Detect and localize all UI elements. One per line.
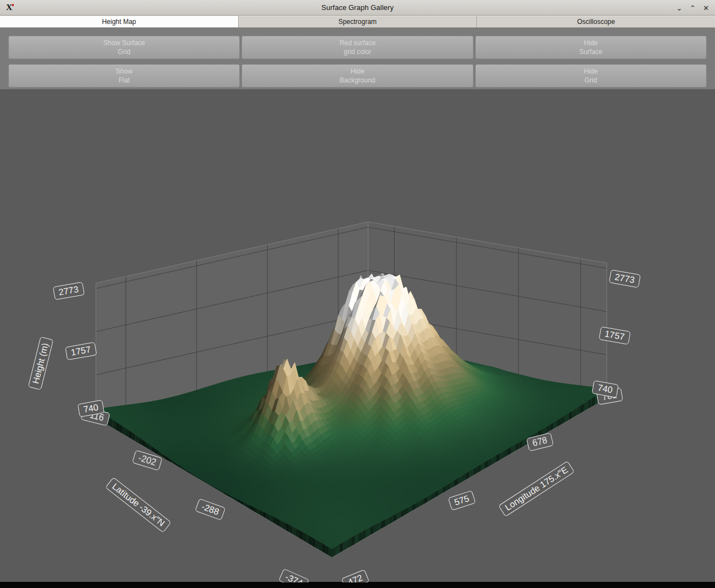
toggle-surface-button[interactable]: Hide Surface bbox=[475, 36, 707, 59]
button-label-line: Surface bbox=[579, 47, 602, 56]
bottom-bar bbox=[0, 582, 715, 588]
tab-bar: Height Map Spectrogram Oscilloscope bbox=[0, 16, 715, 28]
button-label-line: Grid bbox=[584, 76, 597, 85]
toggle-flat-button[interactable]: Show Flat bbox=[8, 64, 240, 88]
app-icon[interactable]: X bbox=[4, 3, 14, 12]
button-label-line: Hide bbox=[584, 38, 598, 47]
minimize-button[interactable]: ⌄ bbox=[673, 1, 686, 14]
tab-spectrogram[interactable]: Spectrogram bbox=[239, 16, 477, 27]
button-label-line: Show bbox=[116, 67, 133, 76]
button-label-line: grid color bbox=[344, 47, 371, 56]
toggle-background-button[interactable]: Hide Background bbox=[241, 64, 473, 88]
button-label-line: Grid bbox=[118, 47, 131, 56]
button-label-line: Flat bbox=[119, 76, 130, 85]
surface-grid-color-button[interactable]: Red surface grid color bbox=[241, 36, 473, 59]
window-controls: ⌄ ⌃ ✕ bbox=[673, 0, 713, 16]
toggle-surface-grid-button[interactable]: Show Surface Grid bbox=[8, 36, 240, 59]
window-title: Surface Graph Gallery bbox=[0, 3, 715, 12]
maximize-button[interactable]: ⌃ bbox=[686, 1, 699, 14]
button-label-line: Hide bbox=[584, 67, 598, 76]
button-label-line: Show Surface bbox=[103, 38, 145, 47]
button-label-line: Background bbox=[340, 76, 375, 85]
surface-plot-area: 27731757740Height (m)-116-202-288-374Lat… bbox=[0, 89, 715, 582]
tab-oscilloscope[interactable]: Oscilloscope bbox=[477, 16, 715, 27]
tab-height-map[interactable]: Height Map bbox=[0, 16, 239, 27]
titlebar[interactable]: X Surface Graph Gallery ⌄ ⌃ ✕ bbox=[0, 0, 715, 16]
button-label-line: Red surface bbox=[340, 38, 376, 47]
toggle-grid-button[interactable]: Hide Grid bbox=[475, 64, 707, 88]
app-window: X Surface Graph Gallery ⌄ ⌃ ✕ Height Map… bbox=[0, 0, 715, 588]
close-button[interactable]: ✕ bbox=[699, 1, 713, 14]
button-label-line: Hide bbox=[351, 67, 365, 76]
control-panel: Show Surface Grid Red surface grid color… bbox=[0, 28, 715, 89]
